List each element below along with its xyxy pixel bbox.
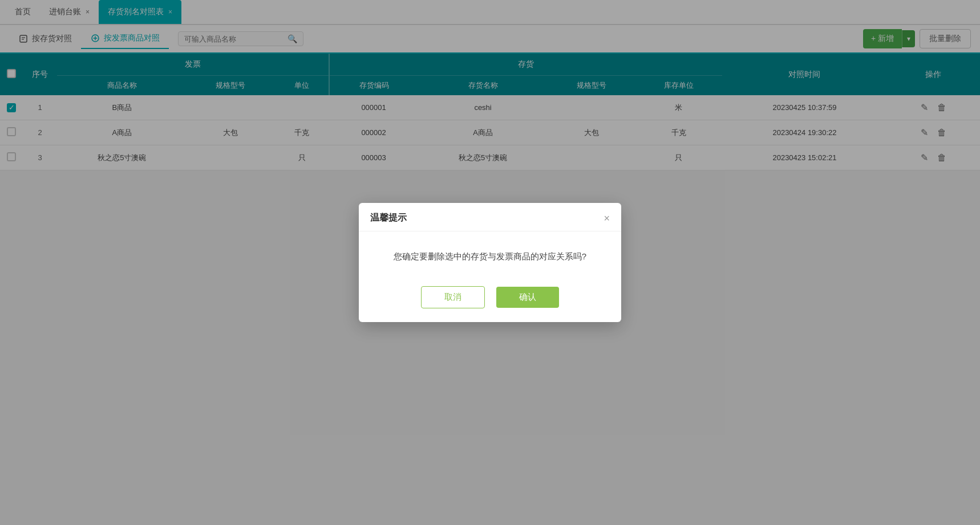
- modal-overlay: 温馨提示 × 您确定要删除选中的存货与发票商品的对应关系吗? 取消 确认: [0, 0, 980, 170]
